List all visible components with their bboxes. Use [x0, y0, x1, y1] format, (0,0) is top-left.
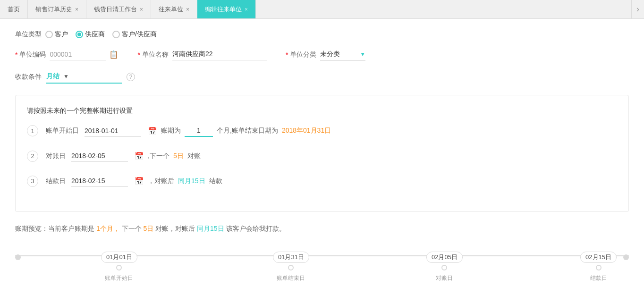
unit-name-input[interactable]: [172, 49, 267, 60]
months-input[interactable]: [185, 125, 213, 137]
tab-bar: 首页 销售订单历史 × 钱货日清工作台 × 往来单位 × 编辑往来单位 × ›: [0, 0, 644, 19]
payment-condition-select[interactable]: 月结 ▼: [46, 70, 122, 84]
payment-date-input[interactable]: [71, 175, 128, 187]
close-tab-sales-history[interactable]: ×: [75, 6, 78, 13]
reconciliation-date-input[interactable]: [71, 150, 128, 162]
setting-num-2: 2: [27, 151, 38, 162]
tab-edit-counterpart[interactable]: 编辑往来单位 ×: [197, 0, 256, 18]
payment-date-suffix: 结款: [209, 177, 222, 186]
bill-start-wrap: 📅 账期为 个月,账单结束日期为 2018年01月31日: [85, 125, 331, 137]
setting-row-1: 1 账单开始日 📅 账期为 个月,账单结束日期为 2018年01月31日: [27, 125, 617, 139]
tab-home[interactable]: 首页: [0, 0, 28, 18]
preview-text: 账期预览：当前客户账期是 1个月， 下一个 5日 对账，对账后 同月15日 该客…: [15, 223, 629, 234]
timeline-point-3: 02月05日 对账日: [426, 252, 463, 282]
preview-highlight1: 1个月，: [96, 225, 120, 232]
unit-category-group: * 单位分类 未分类 ▼: [286, 48, 365, 61]
timeline-end-dot: [623, 254, 629, 260]
unit-category-value: 未分类: [320, 50, 358, 59]
unit-category-dropdown[interactable]: 未分类 ▼: [320, 48, 365, 61]
unit-code-input[interactable]: [50, 49, 106, 60]
setting-row-2: 2 对账日 📅 ,下一个 5日 对账: [27, 150, 617, 164]
timeline-label-2: 账单结束日: [277, 274, 305, 282]
unit-code-label: 单位编码: [19, 51, 46, 59]
payment-date-highlight: 同月15日: [178, 177, 205, 186]
timeline-date-2: 01月31日: [273, 252, 309, 263]
unit-code-required: *: [15, 51, 17, 59]
reconciliation-label: 对账日: [46, 152, 66, 160]
tab-sales-history[interactable]: 销售订单历史 ×: [28, 0, 86, 18]
unit-code-icon[interactable]: 📋: [109, 50, 119, 59]
reconciliation-calendar-icon[interactable]: 📅: [135, 152, 144, 160]
close-tab-counterpart[interactable]: ×: [186, 6, 189, 13]
timeline-label-4: 结款日: [590, 274, 607, 282]
timeline: 01月01日 账单开始日 01月31日 账单结束日 02月05日 对账日 02月…: [15, 247, 629, 287]
payment-dropdown-arrow: ▼: [63, 73, 69, 80]
timeline-label-3: 对账日: [436, 274, 453, 282]
payment-date-label: 结款日: [46, 177, 66, 186]
main-content: 单位类型 客户 供应商 客户/供应商 * 单位编码: [0, 19, 644, 287]
reconciliation-prefix: ,下一个: [148, 152, 169, 160]
close-tab-edit-counterpart[interactable]: ×: [245, 6, 248, 13]
radio-supplier-circle: [76, 31, 83, 38]
settings-title: 请按照未来的一个完整帐期进行设置: [27, 107, 617, 115]
unit-type-label: 单位类型: [15, 30, 42, 39]
reconciliation-highlight: 5日: [173, 152, 184, 160]
radio-group: 客户 供应商 客户/供应商: [45, 30, 157, 39]
unit-name-group: * 单位名称: [137, 49, 266, 60]
radio-customer-supplier[interactable]: 客户/供应商: [112, 30, 157, 39]
timeline-date-1: 01月01日: [101, 252, 137, 263]
unit-info-row: * 单位编码 📋 * 单位名称 * 单位分类 未分类 ▼: [15, 48, 629, 61]
unit-type-group: 单位类型 客户 供应商 客户/供应商: [15, 30, 157, 39]
payment-condition-row: 收款条件 月结 ▼ ?: [15, 70, 629, 84]
unit-category-label: 单位分类: [290, 51, 316, 59]
unit-category-required: *: [286, 51, 288, 59]
timeline-dot-3: [441, 265, 447, 270]
setting-num-1: 1: [27, 125, 38, 136]
unit-type-row: 单位类型 客户 供应商 客户/供应商: [15, 30, 629, 39]
unit-code-group: * 单位编码 📋: [15, 49, 119, 60]
timeline-point-4: 02月15日 结款日: [580, 252, 617, 282]
timeline-date-3: 02月05日: [426, 252, 463, 263]
setting-row-3: 3 结款日 📅 ，对账后 同月15日 结款: [27, 175, 617, 189]
reconciliation-wrap: 📅 ,下一个 5日 对账: [71, 150, 201, 162]
tab-counterpart[interactable]: 往来单位 ×: [151, 0, 197, 18]
timeline-dot-2: [288, 265, 294, 270]
months-suffix: 个月,账单结束日期为: [217, 127, 278, 135]
bill-period-label: 账期为: [161, 127, 181, 135]
setting-num-3: 3: [27, 176, 38, 187]
close-tab-cashier[interactable]: ×: [140, 6, 143, 13]
payment-date-wrap: 📅 ，对账后 同月15日 结款: [71, 175, 222, 187]
settings-card: 请按照未来的一个完整帐期进行设置 1 账单开始日 📅 账期为 个月,账单结束日期…: [15, 95, 629, 212]
radio-customer[interactable]: 客户: [45, 30, 68, 39]
timeline-point-1: 01月01日 账单开始日: [101, 252, 137, 282]
radio-customer-circle: [45, 31, 53, 38]
tab-cashier[interactable]: 钱货日清工作台 ×: [86, 0, 151, 18]
timeline-date-4: 02月15日: [580, 252, 617, 263]
payment-date-prefix: ，对账后: [148, 177, 174, 186]
payment-date-calendar-icon[interactable]: 📅: [135, 177, 144, 186]
tab-more-button[interactable]: ›: [631, 0, 644, 18]
help-icon[interactable]: ?: [127, 73, 135, 81]
timeline-points: 01月01日 账单开始日 01月31日 账单结束日 02月05日 对账日 02月…: [15, 252, 629, 280]
timeline-dot-1: [116, 265, 122, 270]
timeline-label-1: 账单开始日: [105, 274, 133, 282]
bill-start-label: 账单开始日: [46, 127, 79, 135]
radio-supplier[interactable]: 供应商: [76, 30, 105, 39]
preview-highlight3: 同月15日: [197, 225, 224, 232]
radio-customer-supplier-circle: [112, 31, 120, 38]
reconciliation-suffix: 对账: [187, 152, 201, 160]
unit-name-required: *: [137, 51, 140, 59]
bill-end-date: 2018年01月31日: [282, 127, 331, 135]
payment-condition-label: 收款条件: [15, 73, 42, 81]
timeline-point-2: 01月31日 账单结束日: [273, 252, 309, 282]
payment-condition-value: 月结: [46, 72, 59, 81]
timeline-dot-4: [596, 265, 602, 270]
bill-start-date-input[interactable]: [85, 125, 141, 137]
bill-start-calendar-icon[interactable]: 📅: [148, 127, 157, 135]
timeline-start-dot: [15, 254, 21, 260]
unit-name-label: 单位名称: [142, 51, 169, 59]
preview-highlight2: 5日: [143, 225, 153, 232]
chevron-down-icon: ▼: [360, 51, 365, 58]
